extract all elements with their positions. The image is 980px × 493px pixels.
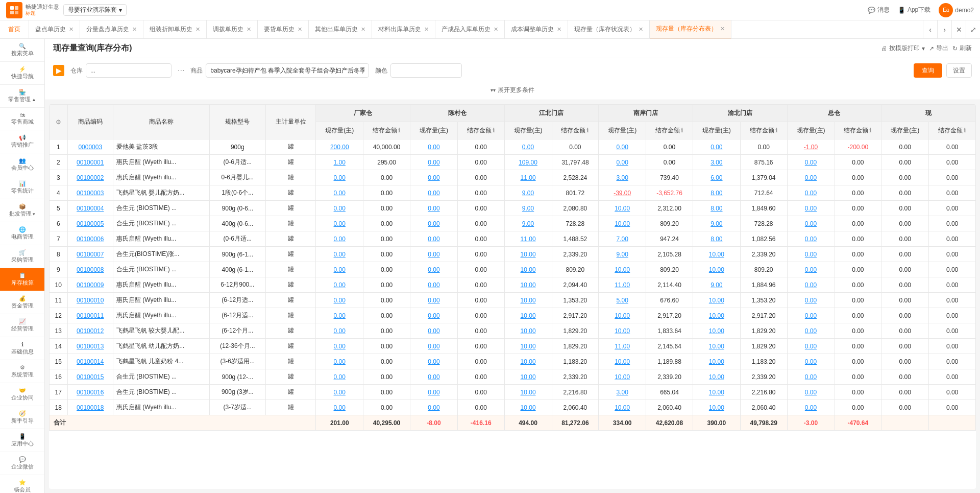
tab-zuhe[interactable]: 组装折卸单历史 ✕: [143, 20, 207, 39]
row-nanan-cun[interactable]: 11.00: [599, 277, 646, 293]
query-btn[interactable]: 查询: [914, 63, 942, 78]
sidebar-item-retail-mall[interactable]: 🛍 零售商城: [0, 108, 44, 130]
sidebar-item-system[interactable]: ⚙ 系统管理: [0, 360, 44, 383]
row-changjia-cun[interactable]: 0.00: [316, 308, 363, 323]
row-changjia-cun[interactable]: 0.00: [316, 354, 363, 369]
row-code[interactable]: 00100004: [67, 201, 113, 216]
row-nanan-cun[interactable]: 5.00: [599, 293, 646, 308]
row-nanan-cun[interactable]: 10.00: [599, 369, 646, 385]
row-yubei-cun[interactable]: 10.00: [693, 385, 740, 400]
row-zong-cun[interactable]: 0.00: [787, 385, 835, 400]
sidebar-item-vip[interactable]: ⭐ 畅会员: [0, 475, 44, 493]
row-zong-cun[interactable]: 0.00: [787, 216, 835, 231]
sidebar-item-app-center[interactable]: 📱 应用中心: [0, 429, 44, 452]
sidebar-item-inventory[interactable]: 📋 库存核算: [0, 268, 44, 291]
row-yubei-cun[interactable]: 10.00: [693, 247, 740, 262]
tab-yaohuo[interactable]: 要货单历史 ✕: [258, 20, 309, 39]
row-zong-cun[interactable]: 0.00: [787, 323, 835, 339]
product-input[interactable]: [206, 63, 369, 78]
row-yubei-cun[interactable]: 10.00: [693, 354, 740, 369]
row-yubei-cun[interactable]: 10.00: [693, 293, 740, 308]
row-nanan-cun[interactable]: 9.00: [599, 247, 646, 262]
row-code[interactable]: 00100016: [67, 385, 113, 400]
row-nanan-cun[interactable]: -39.00: [599, 185, 646, 201]
row-yubei-cun[interactable]: 9.00: [693, 277, 740, 293]
row-changjia-cun[interactable]: 0.00: [316, 231, 363, 247]
tab-close-icon[interactable]: ✕: [132, 26, 137, 33]
expand-more-btn[interactable]: ▾▾ 展开更多条件: [491, 86, 534, 95]
row-yubei-cun[interactable]: 6.00: [693, 170, 740, 185]
row-yubei-cun[interactable]: 8.00: [693, 201, 740, 216]
tab-expand-btn[interactable]: ⤢: [966, 20, 980, 39]
sidebar-item-members[interactable]: 👥 会员中心: [0, 153, 44, 176]
app-download-btn[interactable]: 📱 App下载: [898, 6, 930, 14]
row-jiangbei-cun[interactable]: 10.00: [504, 339, 552, 354]
row-changjia-cun[interactable]: 0.00: [316, 369, 363, 385]
row-chen-cun[interactable]: 0.00: [410, 339, 457, 354]
row-code[interactable]: 00100005: [67, 216, 113, 231]
tab-close-icon[interactable]: ✕: [247, 26, 251, 33]
tab-close-all-btn[interactable]: ✕: [951, 20, 966, 39]
row-code[interactable]: 00100001: [67, 155, 113, 170]
sidebar-item-basic-info[interactable]: ℹ 基础信息: [0, 337, 44, 360]
sidebar-item-retail-stats[interactable]: 📊 零售统计: [0, 176, 44, 199]
row-zong-cun[interactable]: 0.00: [787, 185, 835, 201]
row-nanan-cun[interactable]: 0.00: [599, 155, 646, 170]
tab-close-icon[interactable]: ✕: [557, 26, 561, 33]
sidebar-item-ecommerce[interactable]: 🌐 电商管理: [0, 222, 44, 245]
sidebar-item-search[interactable]: 🔍 搜索英单: [0, 39, 44, 62]
row-chen-cun[interactable]: 0.00: [410, 354, 457, 369]
row-chen-cun[interactable]: 0.00: [410, 216, 457, 231]
row-jiangbei-cun[interactable]: 10.00: [504, 308, 552, 323]
tab-close-icon[interactable]: ✕: [298, 26, 302, 33]
row-zong-cun[interactable]: 0.00: [787, 247, 835, 262]
row-zong-cun[interactable]: 0.00: [787, 231, 835, 247]
row-chen-cun[interactable]: 0.00: [410, 293, 457, 308]
message-btn[interactable]: 💬 消息: [868, 6, 890, 14]
row-jiangbei-cun[interactable]: 10.00: [504, 247, 552, 262]
sidebar-item-marketing[interactable]: 📢 营销推广: [0, 130, 44, 153]
row-code[interactable]: 00100009: [67, 277, 113, 293]
row-chen-cun[interactable]: 0.00: [410, 400, 457, 415]
row-yubei-cun[interactable]: 8.00: [693, 185, 740, 201]
row-changjia-cun[interactable]: 0.00: [316, 247, 363, 262]
row-code[interactable]: 00100002: [67, 170, 113, 185]
col-gear[interactable]: ⚙: [50, 105, 68, 139]
row-chen-cun[interactable]: 0.00: [410, 385, 457, 400]
user-menu[interactable]: Ea demo2: [939, 3, 974, 17]
color-input[interactable]: [390, 63, 462, 78]
row-changjia-cun[interactable]: 0.00: [316, 323, 363, 339]
row-changjia-cun[interactable]: 0.00: [316, 170, 363, 185]
row-chen-cun[interactable]: 0.00: [410, 369, 457, 385]
row-nanan-cun[interactable]: 10.00: [599, 354, 646, 369]
row-code[interactable]: 00100006: [67, 231, 113, 247]
tab-close-icon[interactable]: ✕: [361, 26, 365, 33]
sidebar-item-finance[interactable]: 💰 资金管理: [0, 291, 44, 314]
tab-panding[interactable]: 盘点单历史 ✕: [29, 20, 80, 39]
row-chen-cun[interactable]: 0.00: [410, 155, 457, 170]
row-code[interactable]: 00100012: [67, 323, 113, 339]
row-changjia-cun[interactable]: 0.00: [316, 185, 363, 201]
row-nanan-cun[interactable]: 10.00: [599, 201, 646, 216]
tab-close-icon[interactable]: ✕: [639, 26, 643, 33]
sidebar-item-quicknav[interactable]: ⚡ 快捷导航: [0, 62, 44, 85]
row-yubei-cun[interactable]: 10.00: [693, 262, 740, 277]
row-changjia-cun[interactable]: 0.00: [316, 339, 363, 354]
tab-diaobo[interactable]: 调拨单历史 ✕: [207, 20, 258, 39]
row-nanan-cun[interactable]: 3.00: [599, 385, 646, 400]
row-zong-cun[interactable]: 0.00: [787, 277, 835, 293]
row-nanan-cun[interactable]: 3.00: [599, 170, 646, 185]
tab-close-icon[interactable]: ✕: [720, 26, 725, 32]
settings-btn[interactable]: 设置: [946, 63, 972, 78]
row-zong-cun[interactable]: 0.00: [787, 155, 835, 170]
row-jiangbei-cun[interactable]: 11.00: [504, 170, 552, 185]
tab-chengbentiaoz[interactable]: 成本调整单历史 ✕: [505, 20, 568, 39]
row-chen-cun[interactable]: 0.00: [410, 323, 457, 339]
row-jiangbei-cun[interactable]: 10.00: [504, 354, 552, 369]
tab-xiancunliang-kufen[interactable]: 现存量（库存分布表） ✕: [650, 20, 731, 39]
row-zong-cun[interactable]: 0.00: [787, 201, 835, 216]
tab-xiancunliang-kucun[interactable]: 现存量（库存状况表） ✕: [568, 20, 650, 39]
row-jiangbei-cun[interactable]: 11.00: [504, 231, 552, 247]
row-code[interactable]: 00100014: [67, 354, 113, 369]
sidebar-item-operations[interactable]: 📈 经营管理: [0, 314, 44, 337]
